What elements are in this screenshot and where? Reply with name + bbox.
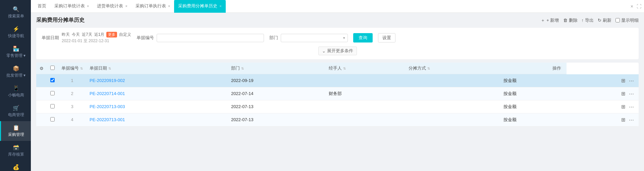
doc-no-link-3[interactable]: PE-20220713-001 [90,117,125,122]
delete-button[interactable]: 🗑 删除 [563,17,578,23]
window-maximize-icon[interactable]: ⛶ [637,4,641,9]
delete-icon: 🗑 [563,18,568,23]
purchase-icon: 📋 [2,124,30,131]
sidebar-item-ecom[interactable]: 🛒电商管理 [0,101,31,121]
row-op-0: ⊞ ⋯ [567,74,639,87]
ecom-icon: 🛒 [2,105,30,111]
date-range-display: 2022-01-01 至 2022-12-31 [62,38,131,44]
tab-inbound-stats[interactable]: 进货单统计表× [93,0,131,13]
row-more-icon-3[interactable]: ⋯ [628,116,635,123]
col-checkbox [47,63,58,74]
sidebar-item-mini[interactable]: 📱小畅电商 [0,82,31,101]
tab-purchase-order-exec[interactable]: 采购订单执行表× [131,0,174,13]
tab-close-purchase-fee-history[interactable]: × [219,4,221,8]
show-cols-checkbox[interactable]: 显示明细 [615,17,639,23]
sidebar-item-quick[interactable]: ⚡快捷导航 [0,22,31,42]
row-docno-cell-3: PE-20220713-001 [86,113,228,126]
row-more-icon-0[interactable]: ⋯ [628,77,635,84]
sidebar-item-finance[interactable]: 💰资金管理 [0,161,31,171]
wholesale-icon: 📦 [2,65,30,72]
row-handler-3 [405,113,500,126]
row-view-icon-2[interactable]: ⊞ [621,103,626,110]
row-num-3: 4 [58,113,86,126]
expand-more-btn[interactable]: ⌄ 展开更多条件 [318,47,357,55]
today-btn[interactable]: 今天 [72,32,80,37]
more-btn[interactable]: 更多 [106,32,117,37]
tab-label-inbound-stats: 进货单统计表 [97,3,123,9]
expand-label: 展开更多条件 [327,48,353,54]
tab-close-purchase-order-stats[interactable]: × [87,4,89,8]
search-button[interactable]: 查询 [353,33,373,42]
table-row: 2 PE-20220714-001 2022-07-14 财务部 按金额 ⊞ ⋯ [36,87,639,100]
row-docno-cell-1: PE-20220714-001 [86,87,228,100]
doc-no-link-0[interactable]: PE-20220919-002 [90,78,125,83]
row-check-3[interactable] [50,117,55,121]
dept-select[interactable]: 财务部 [281,34,348,42]
row-split-1: 按金额 [500,87,567,100]
sidebar-item-purchase[interactable]: 📋采购管理 [0,121,31,141]
row-view-icon-1[interactable]: ⊞ [621,90,626,97]
col-doc-no[interactable]: 单据编号 ⇅ [58,63,86,74]
sidebar-item-search[interactable]: 🔍搜索菜单 [0,3,31,22]
row-view-icon-3[interactable]: ⊞ [621,116,626,123]
row-more-icon-1[interactable]: ⋯ [628,90,635,97]
col-doc-date[interactable]: 单据日期 ⇅ [86,63,228,74]
add-icon: ＋ [541,17,545,23]
search-icon: 🔍 [2,6,30,12]
col-settings[interactable]: ⚙ [36,63,47,74]
tab-close-inbound-stats[interactable]: × [125,4,127,8]
tab-close-purchase-order-exec[interactable]: × [168,4,170,8]
sidebar-item-wholesale[interactable]: 📦批发管理 ▾ [0,62,31,82]
row-settings-3 [36,113,47,126]
export-button[interactable]: ↑ 导出 [582,17,594,23]
row-dept-3 [325,113,406,126]
refresh-button[interactable]: ↻ 刷新 [598,17,611,23]
sidebar-item-inventory[interactable]: 🗃️库存核算 [0,141,31,161]
col-handler[interactable]: 经手人 ⇅ [325,63,406,74]
yesterday-btn[interactable]: 昨天 [62,32,70,37]
page-container: 采购费用分摊单历史 ＋ + 新增 🗑 删除 ↑ 导出 ↻ 刷新 [31,13,644,171]
col-split-method[interactable]: 分摊方式 ⇅ [405,63,500,74]
row-split-0: 按金额 [500,74,567,87]
row-handler-2 [405,100,500,113]
row-checkbox-cell-3 [47,113,58,126]
tab-label-home: 首页 [38,3,46,9]
row-split-3: 按金额 [500,113,567,126]
col-dept[interactable]: 部门 ⇅ [228,63,325,74]
select-all-checkbox[interactable] [50,66,55,70]
page-header: 采购费用分摊单历史 ＋ + 新增 🗑 删除 ↑ 导出 ↻ 刷新 [36,17,639,24]
row-op-3: ⊞ ⋯ [567,113,639,126]
date-field: 单据日期 昨天 今天 近7天 近1月 更多 自定义 2022-01-01 至 2… [42,32,131,44]
expand-icon: ⌄ [322,49,326,54]
1month-btn[interactable]: 近1月 [94,32,105,37]
settings-button[interactable]: 设置 [378,33,395,42]
tab-home[interactable]: 首页 [34,0,50,13]
window-close-icon[interactable]: × [631,4,633,9]
row-check-0[interactable] [50,78,55,82]
date-shortcuts: 昨天 今天 近7天 近1月 更多 自定义 [62,32,131,37]
window-controls: × ⛶ [631,4,641,9]
date-label: 单据日期 [42,35,59,41]
row-check-2[interactable] [50,104,55,108]
search-area: 单据日期 昨天 今天 近7天 近1月 更多 自定义 2022-01-01 至 2… [36,28,639,59]
dept-field: 部门 财务部 [269,34,348,42]
row-more-icon-2[interactable]: ⋯ [628,103,635,110]
tab-purchase-fee-history[interactable]: 采购费用分摊单历史× [174,0,225,13]
doc-no-link-2[interactable]: PE-20220713-003 [90,104,125,109]
row-view-icon-0[interactable]: ⊞ [621,77,626,84]
doc-no-link-1[interactable]: PE-20220714-001 [90,91,125,96]
dept-sort-icon: ⇅ [241,67,244,70]
col-op: 操作 [500,63,567,74]
mini-icon: 📱 [2,85,30,91]
add-button[interactable]: ＋ + 新增 [541,17,559,23]
row-check-1[interactable] [50,91,55,95]
tab-purchase-order-stats[interactable]: 采购订单统计表× [50,0,93,13]
doc-no-input[interactable] [157,34,264,42]
row-docno-cell-0: PE-20220919-002 [86,74,228,87]
custom-btn[interactable]: 自定义 [119,32,131,37]
row-checkbox-cell-2 [47,100,58,113]
7days-btn[interactable]: 近7天 [82,32,92,37]
doc-no-field: 单据编号 [137,34,264,42]
sidebar-item-retail[interactable]: 🏪零售管理 ▾ [0,42,31,62]
show-cols-input[interactable] [615,18,620,22]
